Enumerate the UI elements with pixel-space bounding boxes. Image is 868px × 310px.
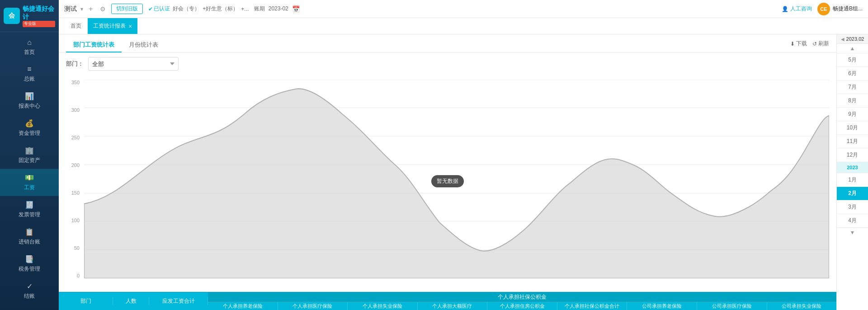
add-icon[interactable]: + <box>87 4 94 14</box>
assets-icon: 🏢 <box>25 146 34 155</box>
funds-icon: 💰 <box>25 119 34 128</box>
period-label: 账期 2023-02 <box>254 5 288 13</box>
sidebar-item-label: 工资 <box>24 184 35 191</box>
sidebar-item-tax[interactable]: 📑 税务管理 <box>0 250 59 277</box>
sidebar: 会 畅捷通好会计 专业版 ⌂ 首页 ≡ 总账 📊 报表中心 💰 资金管理 🏢 固… <box>0 0 59 310</box>
chart-container: 350 300 250 200 150 100 50 0 <box>66 80 829 292</box>
help-button[interactable]: 👤 人工咨询 <box>782 5 812 13</box>
sidebar-item-label: 结账 <box>24 292 35 300</box>
sidebar-item-archive[interactable]: 📁 归档管理 <box>0 305 59 310</box>
sales-icon: 📋 <box>25 228 34 236</box>
tab-salary-report[interactable]: 工资统计报表 × <box>88 18 137 34</box>
month-3[interactable]: 3月 <box>837 200 868 214</box>
download-button[interactable]: ⬇ 下载 <box>790 40 807 48</box>
sidebar-item-home[interactable]: ⌂ 首页 <box>0 34 59 61</box>
y-label-200: 200 <box>66 162 80 168</box>
chevron-down-icon: ▼ <box>850 229 855 236</box>
personal-social-header: 个人承担社保公积金 <box>208 292 836 302</box>
tab-close-icon[interactable]: × <box>128 23 132 29</box>
reports-icon: 📊 <box>25 92 34 100</box>
col-company-medical: 公司承担医疗保险 <box>697 302 767 310</box>
sidebar-item-label: 资金管理 <box>19 129 40 137</box>
y-label-100: 100 <box>66 218 80 223</box>
month-8[interactable]: 8月 <box>837 94 868 108</box>
badge-good-business: +好生意（标） <box>203 5 238 13</box>
col-personal-medical: 个人承担医疗保险 <box>278 302 348 310</box>
main-area: 测试 ▾ + ⚙ 切到旧版 ✔ 已认证 好会（专） +好生意（标） +... 账… <box>59 0 868 310</box>
sub-tabs: 部门工资统计表 月份统计表 ⬇ 下载 ↺ 刷新 <box>59 34 836 52</box>
filter-row: 部门： 全部 销售部 财务部 行政部 技术部 <box>59 52 836 75</box>
sidebar-item-ledger[interactable]: ≡ 总账 <box>0 61 59 87</box>
month-5[interactable]: 5月 <box>837 53 868 67</box>
topbar: 测试 ▾ + ⚙ 切到旧版 ✔ 已认证 好会（专） +好生意（标） +... 账… <box>59 0 868 18</box>
right-panel-toggle-icon[interactable]: ◀ <box>841 37 844 42</box>
month-11[interactable]: 11月 <box>837 135 868 148</box>
col-company-unemployment: 公司承担失业保险 <box>767 302 837 310</box>
user-name: 畅捷通B组... <box>833 5 863 13</box>
sidebar-item-label: 总账 <box>24 75 35 83</box>
sidebar-item-closing[interactable]: ✓ 结账 <box>0 277 59 305</box>
month-6[interactable]: 6月 <box>837 67 868 81</box>
col-persons: 人数 <box>113 297 149 305</box>
chart-tooltip: 暂无数据 <box>431 175 464 187</box>
calendar-icon[interactable]: 📅 <box>292 5 300 13</box>
sidebar-logo: 会 畅捷通好会计 专业版 <box>0 0 59 32</box>
month-4[interactable]: 4月 <box>837 214 868 228</box>
right-panel-months: ▲ 5月 6月 7月 8月 9月 10月 11月 12月 2023 1月 2月 … <box>837 44 868 310</box>
user-menu[interactable]: CE 畅捷通B组... <box>817 3 863 15</box>
closing-icon: ✓ <box>27 282 33 291</box>
month-2-active[interactable]: 2月 <box>837 187 868 200</box>
dept-filter-select[interactable]: 全部 销售部 财务部 行政部 技术部 <box>88 57 179 71</box>
refresh-icon: ↺ <box>812 41 817 47</box>
badge-more: +... <box>241 6 249 12</box>
badge-good-accounting: 好会（专） <box>173 5 200 13</box>
chevron-down-icon[interactable]: ▾ <box>80 6 83 12</box>
sidebar-item-sales[interactable]: 📋 进销台账 <box>0 223 59 250</box>
col-company-pension: 公司承担养老保险 <box>627 302 697 310</box>
month-9[interactable]: 9月 <box>837 108 868 121</box>
sidebar-item-reports[interactable]: 📊 报表中心 <box>0 87 59 114</box>
personal-social-sub-headers: 个人承担养老保险 个人承担医疗保险 个人承担失业保险 个人承担大额医疗 个人承担… <box>208 302 836 310</box>
month-12[interactable]: 12月 <box>837 148 868 162</box>
check-icon: ✔ <box>148 6 153 12</box>
month-nav-down[interactable]: ▼ <box>837 228 868 237</box>
col-gross-salary: 应发工资合计 <box>149 297 208 305</box>
sidebar-item-label: 发票管理 <box>19 211 40 219</box>
personal-social-group: 个人承担社保公积金 个人承担养老保险 个人承担医疗保险 个人承担失业保险 个人承… <box>208 292 836 310</box>
content-tabs: 首页 工资统计报表 × <box>59 18 868 34</box>
logo-icon: 会 <box>4 8 20 24</box>
month-nav-up[interactable]: ▲ <box>837 44 868 53</box>
tab-dept-salary[interactable]: 部门工资统计表 <box>66 38 122 52</box>
tab-monthly-salary[interactable]: 月份统计表 <box>122 38 165 52</box>
refresh-button[interactable]: ↺ 刷新 <box>812 40 829 48</box>
right-panel: ◀ 2023.02 ▲ 5月 6月 7月 8月 9月 10月 11月 12月 2… <box>836 34 868 310</box>
col-personal-housing: 个人承担住房公积金 <box>487 302 557 310</box>
month-10[interactable]: 10月 <box>837 121 868 135</box>
topbar-right: 👤 人工咨询 CE 畅捷通B组... <box>782 3 863 15</box>
month-7[interactable]: 7月 <box>837 81 868 94</box>
sidebar-item-invoice[interactable]: 🧾 发票管理 <box>0 196 59 223</box>
old-mode-button[interactable]: 切到旧版 <box>111 4 143 14</box>
sidebar-item-label: 税务管理 <box>19 265 40 273</box>
gear-icon[interactable]: ⚙ <box>98 5 108 14</box>
sidebar-item-label: 报表中心 <box>19 102 40 110</box>
chevron-up-icon: ▲ <box>850 45 855 52</box>
table-footer: 部门 人数 应发工资合计 个人承担社保公积金 个人承担养老保险 个人承担医疗保险… <box>59 292 836 310</box>
company-name: 测试 <box>64 5 77 13</box>
y-label-350: 350 <box>66 80 80 85</box>
sidebar-item-funds[interactable]: 💰 资金管理 <box>0 114 59 142</box>
sub-tab-actions: ⬇ 下载 ↺ 刷新 <box>790 40 829 50</box>
help-icon: 👤 <box>782 6 788 12</box>
chart-area: 350 300 250 200 150 100 50 0 <box>59 75 836 292</box>
download-icon: ⬇ <box>790 41 795 47</box>
y-label-300: 300 <box>66 107 80 113</box>
user-avatar: CE <box>817 3 830 15</box>
month-1[interactable]: 1月 <box>837 173 868 187</box>
certified-badge: ✔ 已认证 <box>148 5 170 13</box>
invoice-icon: 🧾 <box>25 200 34 209</box>
tab-home[interactable]: 首页 <box>64 18 88 34</box>
sidebar-item-salary[interactable]: 💵 工资 <box>0 169 59 196</box>
col-dept: 部门 <box>59 297 113 305</box>
y-label-0: 0 <box>66 273 80 278</box>
sidebar-item-assets[interactable]: 🏢 固定资产 <box>0 142 59 169</box>
